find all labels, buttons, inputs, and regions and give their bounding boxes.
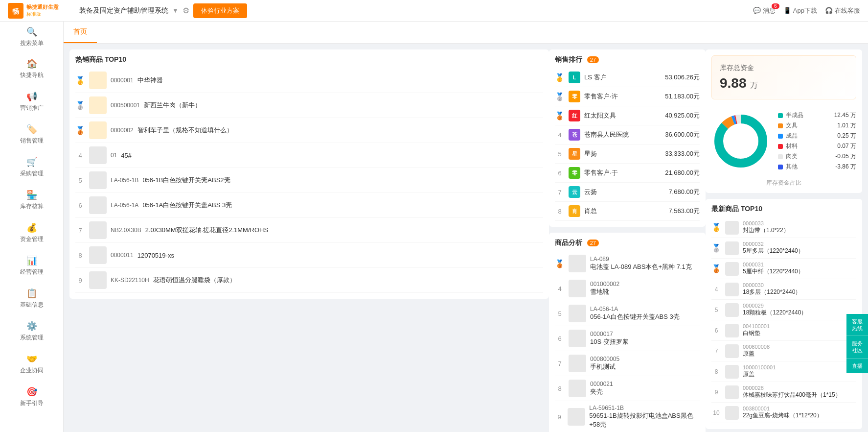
sidebar-label-finance: 资金管理 — [20, 235, 44, 243]
product-id: 0000031 — [743, 262, 804, 267]
rank-number: 5 — [75, 177, 85, 184]
product-desc: 白钢垫 — [743, 329, 770, 337]
rank-amount: 53,006.26元 — [665, 73, 700, 82]
content-area: 热销商品 TOP10 🥇 0000001 中华神器 🥈 000500001 新西… — [64, 44, 868, 432]
product-info: 0000017 10S 变扭罗浆 — [590, 331, 629, 346]
system-info: 装备及固定资产辅助管理系统 ▼ ⚙ 体验行业方案 — [71, 3, 753, 18]
sidebar-item-system[interactable]: ⚙️ 系统管理 — [0, 315, 63, 348]
product-desc: 封边带（1.0*22） — [743, 226, 789, 235]
legend-item: 成品 0.25 万 — [778, 132, 856, 140]
product-name: 2.0X30MM双搓花轴.搓花直径2.1MM/ROHS — [145, 226, 268, 235]
rank-number: 🥈 — [711, 243, 721, 253]
sidebar-item-guide[interactable]: 🎯 新手引导 — [0, 381, 63, 413]
product-desc: 原盖 — [743, 370, 776, 379]
sales-ranking-card: 销售排行 27 🥇 L LS 客户 53,006.26元 🥈 零 零售客户·许 … — [549, 49, 706, 227]
chart-container: 半成品 12.45 万 文具 1.01 万 成品 0.25 万 材料 0.07 … — [711, 105, 856, 177]
product-desc: 18多层（1220*2440） — [743, 288, 801, 296]
sidebar-item-shortcut[interactable]: 🏠 快捷导航 — [0, 52, 63, 85]
product-info: 004100001 白钢垫 — [743, 323, 770, 337]
product-img-placeholder — [569, 305, 586, 322]
hot-product-item: 6 LA-056-1A 056-1A白色按键开关盖ABS 3壳 — [75, 193, 543, 218]
rank-name: 零售客户·于 — [584, 168, 661, 177]
product-id: 10000100001 — [743, 364, 776, 370]
donut-chart — [711, 112, 770, 170]
rank-number: 🥇 — [75, 76, 85, 85]
legend-dot — [778, 113, 783, 118]
product-thumb — [725, 365, 739, 379]
product-img-placeholder — [569, 355, 586, 372]
hot-product-item: 4 01 45# — [75, 143, 543, 168]
sales-rank-item: 8 肖 肖总 7,563.00元 — [555, 202, 700, 221]
new-product-item: 5 0000029 18颗粒板（1220*2440） — [711, 300, 856, 320]
float-btn-service[interactable]: 客服热线 — [846, 314, 868, 336]
rank-avatar: 肖 — [569, 205, 580, 217]
legend-value: -3.86 万 — [835, 163, 856, 171]
product-info: 003800001 22g鱼豆腐-烧烤味（1*12*20） — [743, 406, 822, 420]
topbar-right: 💬 消息 6 📱 App下载 🎧 在线客服 — [753, 6, 860, 15]
dropdown-arrow[interactable]: ▼ — [172, 7, 179, 14]
hot-products-title: 热销商品 TOP10 — [75, 55, 126, 64]
rank-number: 4 — [75, 152, 85, 159]
product-name: 雪地靴 — [590, 288, 619, 296]
online-service-btn[interactable]: 🎧 在线客服 — [825, 6, 860, 15]
sidebar-item-cooperation[interactable]: 🤝 企业协同 — [0, 348, 63, 381]
left-panel: 热销商品 TOP10 🥇 0000001 中华神器 🥈 000500001 新西… — [69, 49, 549, 432]
product-info: 001000002 雪地靴 — [590, 281, 619, 296]
sidebar-item-inventory[interactable]: 🏪 库存核算 — [0, 184, 63, 216]
sidebar-item-sales[interactable]: 🏷️ 销售管理 — [0, 118, 63, 151]
rank-avatar: 零 — [569, 167, 580, 179]
sidebar-label-search: 搜索菜单 — [20, 39, 44, 48]
new-products-header: 最新商品 TOP10 — [711, 205, 856, 214]
legend-item: 半成品 12.45 万 — [778, 111, 856, 120]
product-info: LA-056-1A 056-1A白色按键开关盖ABS 3壳 — [590, 306, 680, 321]
new-product-item: 8 10000100001 原盖 — [711, 361, 856, 382]
rank-number: 🥉 — [711, 264, 721, 273]
product-img-placeholder — [569, 280, 586, 297]
trial-button[interactable]: 体验行业方案 — [193, 3, 247, 18]
middle-product-item: 4 001000002 雪地靴 — [555, 276, 700, 301]
product-info: LA-59651-1B 59651-1B旋转投影灯电池盒ABS黑色+58壳 — [589, 405, 700, 429]
headset-icon: 🎧 — [825, 7, 833, 14]
message-badge: 6 — [772, 3, 779, 9]
app-download-btn[interactable]: 📱 App下载 — [783, 6, 817, 15]
product-thumb — [725, 262, 739, 276]
sidebar-item-operations[interactable]: 📊 经营管理 — [0, 249, 63, 282]
sidebar-item-purchase[interactable]: 🛒 采购管理 — [0, 151, 63, 184]
rank-amount: 36,600.00元 — [665, 130, 700, 139]
sidebar-label-sales: 销售管理 — [20, 137, 44, 145]
rank-number: 9 — [75, 277, 85, 284]
rank-number: 6 — [555, 169, 565, 177]
rank-avatar: 云 — [569, 186, 580, 198]
legend-label: 半成品 — [786, 111, 831, 120]
product-info: 0000029 18颗粒板（1220*2440） — [743, 303, 807, 317]
product-id: 0000032 — [743, 241, 804, 247]
product-name: 12070519-xs — [137, 252, 174, 259]
legend-item: 文具 1.01 万 — [778, 121, 856, 130]
product-thumb — [725, 406, 739, 420]
sidebar-item-basic[interactable]: 📋 基础信息 — [0, 282, 63, 315]
sidebar-item-marketing[interactable]: 📢 营销推广 — [0, 85, 63, 118]
rank-number: 🥉 — [75, 126, 85, 135]
rank-number: 7 — [555, 360, 565, 367]
product-thumb — [725, 241, 739, 255]
float-btn-community[interactable]: 服务社区 — [846, 336, 868, 359]
middle-panel: 销售排行 27 🥇 L LS 客户 53,006.26元 🥈 零 零售客户·许 … — [549, 49, 706, 432]
float-btn-direct[interactable]: 直播 — [846, 359, 868, 373]
rank-number: 4 — [555, 131, 565, 139]
product-code: LA-056-1B — [111, 177, 138, 184]
legend-value: 12.45 万 — [834, 111, 856, 120]
legend-label: 肉类 — [786, 152, 832, 161]
middle-products-list: 🥉 LA-089 电池盖 LA-089 ABS本色+黑种 7.1克 4 0010… — [555, 251, 700, 432]
legend-item: 肉类 -0.05 万 — [778, 152, 856, 161]
tab-home[interactable]: 首页 — [64, 22, 97, 43]
product-info: 000800005 手机测试 — [590, 356, 619, 371]
rank-amount: 7,680.00元 — [668, 188, 700, 196]
message-btn[interactable]: 💬 消息 6 — [753, 6, 776, 15]
sidebar-item-search[interactable]: 🔍 搜索菜单 — [0, 22, 63, 52]
settings-icon[interactable]: ⚙ — [183, 6, 189, 15]
hot-product-item: 8 0000011 12070519-xs — [75, 243, 543, 268]
product-img-placeholder — [89, 221, 107, 239]
product-id: 0000033 — [743, 220, 789, 226]
sidebar-item-finance[interactable]: 💰 资金管理 — [0, 216, 63, 249]
hot-products-list: 🥇 0000001 中华神器 🥈 000500001 新西兰牛肉（新牛） 🥉 0… — [75, 68, 543, 293]
